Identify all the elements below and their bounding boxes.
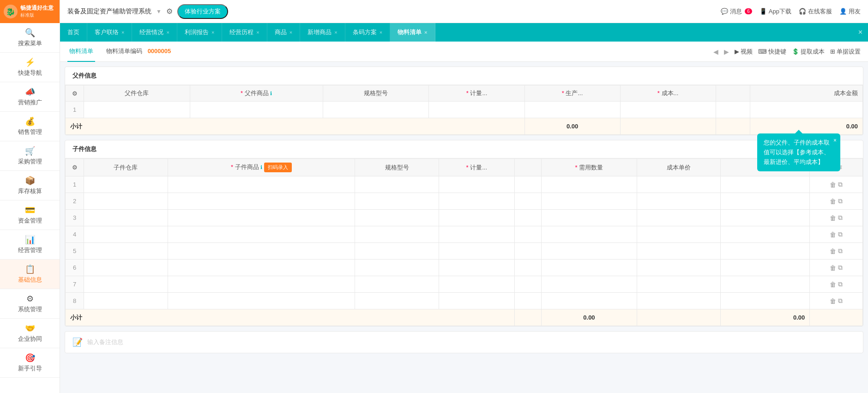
sidebar-item-inventory[interactable]: 📦 库存核算 [0, 171, 60, 200]
tab-bom-list[interactable]: 物料清单 [67, 42, 95, 62]
child-cell-spec-2[interactable] [355, 193, 439, 210]
child-cell-warehouse-5[interactable] [84, 243, 168, 260]
child-cell-spec-4[interactable] [355, 226, 439, 243]
delete-icon-3[interactable]: 🗑 [830, 214, 836, 222]
app-download-button[interactable]: 📱 App下载 [760, 7, 791, 16]
delete-icon-7[interactable]: 🗑 [830, 281, 836, 288]
parent-cell-spec-1[interactable] [323, 102, 429, 118]
delete-icon-8[interactable]: 🗑 [830, 297, 836, 305]
sidebar-item-cooperation[interactable]: 🤝 企业协同 [0, 319, 60, 348]
child-cell-unitcost-7[interactable] [637, 276, 721, 293]
nav-tab-close-barcode[interactable]: × [380, 30, 382, 35]
copy-icon-2[interactable]: ⧉ [838, 197, 843, 205]
sidebar-item-basic-info[interactable]: 📋 基础信息 [0, 260, 60, 289]
child-cell-amount-1[interactable] [721, 176, 810, 193]
sidebar-item-operations[interactable]: 📊 经营管理 [0, 230, 60, 260]
nav-tab-close-history[interactable]: × [256, 30, 259, 35]
sidebar-item-guide[interactable]: 🎯 新手引导 [0, 348, 60, 378]
child-cell-unit-4[interactable] [439, 226, 514, 243]
child-cell-warehouse-4[interactable] [84, 226, 168, 243]
parent-col-settings[interactable]: ⚙ [66, 85, 84, 102]
message-button[interactable]: 💬 消息 6 [721, 7, 752, 16]
child-cell-goods-8[interactable] [168, 293, 355, 309]
child-cell-unitcost-5[interactable] [637, 243, 721, 260]
child-cell-goods-3[interactable] [168, 210, 355, 226]
child-cell-amount-3[interactable] [721, 210, 810, 226]
child-cell-amount-4[interactable] [721, 226, 810, 243]
parent-cell-amount-1[interactable] [750, 102, 862, 118]
child-cell-unit-6[interactable] [439, 260, 514, 276]
scan-button[interactable]: 扫码录入 [264, 163, 292, 172]
nav-tab-close-bom[interactable]: × [424, 30, 427, 35]
sidebar-item-finance[interactable]: 💳 资金管理 [0, 200, 60, 230]
child-cell-qty-1[interactable] [542, 176, 637, 193]
child-cell-qty-4[interactable] [542, 226, 637, 243]
child-cell-qty-8[interactable] [542, 293, 637, 309]
child-cell-qty-2[interactable] [542, 193, 637, 210]
copy-icon-7[interactable]: ⧉ [838, 280, 843, 288]
sidebar-item-sales[interactable]: 💰 销售管理 [0, 112, 60, 141]
delete-icon-2[interactable]: 🗑 [830, 198, 836, 205]
nav-tab-new_goods[interactable]: 新增商品× [300, 23, 345, 42]
child-cell-warehouse-1[interactable] [84, 176, 168, 193]
nav-tab-customer[interactable]: 客户联络× [87, 23, 132, 42]
nav-left-arrow[interactable]: ◀ [713, 48, 718, 55]
online-service-button[interactable]: 🎧 在线客服 [799, 7, 832, 16]
parent-cell-goods-1[interactable] [190, 102, 323, 118]
nav-tab-bom[interactable]: 物料清单× [390, 23, 435, 42]
nav-right-arrow[interactable]: ▶ [724, 48, 729, 55]
delete-icon-5[interactable]: 🗑 [830, 248, 836, 255]
child-col-settings[interactable]: ⚙ [66, 159, 84, 176]
child-cell-goods-6[interactable] [168, 260, 355, 276]
nav-tab-history[interactable]: 经营历程× [222, 23, 267, 42]
child-cell-warehouse-8[interactable] [84, 293, 168, 309]
child-cell-warehouse-7[interactable] [84, 276, 168, 293]
child-cell-warehouse-6[interactable] [84, 260, 168, 276]
child-cell-spec-1[interactable] [355, 176, 439, 193]
nav-tab-close-customer[interactable]: × [121, 30, 124, 35]
cost-action[interactable]: 💲 提取成本 [792, 48, 825, 56]
nav-tab-close-profit[interactable]: × [211, 30, 214, 35]
parent-cell-cost-1[interactable] [620, 102, 716, 118]
child-cell-unit-5[interactable] [439, 243, 514, 260]
delete-icon-6[interactable]: 🗑 [830, 264, 836, 272]
delete-icon-1[interactable]: 🗑 [830, 181, 836, 188]
topbar-settings-icon[interactable]: ⚙ [166, 7, 173, 16]
delete-icon-4[interactable]: 🗑 [830, 231, 836, 238]
child-cell-amount-6[interactable] [721, 260, 810, 276]
child-cell-amount-7[interactable] [721, 276, 810, 293]
copy-icon-6[interactable]: ⧉ [838, 264, 843, 272]
child-cell-qty-6[interactable] [542, 260, 637, 276]
child-cell-warehouse-3[interactable] [84, 210, 168, 226]
shortcut-action[interactable]: ⌨ 快捷键 [758, 48, 786, 56]
system-dropdown-icon[interactable]: ▼ [156, 8, 162, 15]
copy-icon-8[interactable]: ⧉ [838, 297, 843, 305]
child-cell-unit-2[interactable] [439, 193, 514, 210]
child-cell-goods-5[interactable] [168, 243, 355, 260]
sidebar-item-marketing[interactable]: 📣 营销推广 [0, 82, 60, 112]
view-action[interactable]: ▶ 视频 [735, 48, 753, 56]
child-cell-unitcost-2[interactable] [637, 193, 721, 210]
child-cell-unitcost-3[interactable] [637, 210, 721, 226]
parent-cell-production-1[interactable] [524, 102, 620, 118]
child-cell-qty-5[interactable] [542, 243, 637, 260]
trial-button[interactable]: 体验行业方案 [177, 4, 228, 19]
child-cell-amount-8[interactable] [721, 293, 810, 309]
child-cell-goods-2[interactable] [168, 193, 355, 210]
child-cell-unit-8[interactable] [439, 293, 514, 309]
child-cell-unitcost-1[interactable] [637, 176, 721, 193]
child-cell-spec-6[interactable] [355, 260, 439, 276]
child-cell-goods-1[interactable] [168, 176, 355, 193]
nav-tab-close-goods[interactable]: × [289, 30, 292, 35]
copy-icon-1[interactable]: ⧉ [838, 181, 843, 188]
child-cell-spec-5[interactable] [355, 243, 439, 260]
child-cell-unit-3[interactable] [439, 210, 514, 226]
sidebar-item-system[interactable]: ⚙ 系统管理 [0, 289, 60, 319]
child-cell-unit-7[interactable] [439, 276, 514, 293]
nav-tab-goods[interactable]: 商品× [267, 23, 300, 42]
child-cell-warehouse-2[interactable] [84, 193, 168, 210]
nav-tab-home[interactable]: 首页 [60, 23, 87, 42]
sidebar-item-search[interactable]: 🔍 搜索菜单 [0, 23, 60, 53]
nav-close-all-button[interactable]: × [853, 28, 868, 36]
child-cell-amount-5[interactable] [721, 243, 810, 260]
